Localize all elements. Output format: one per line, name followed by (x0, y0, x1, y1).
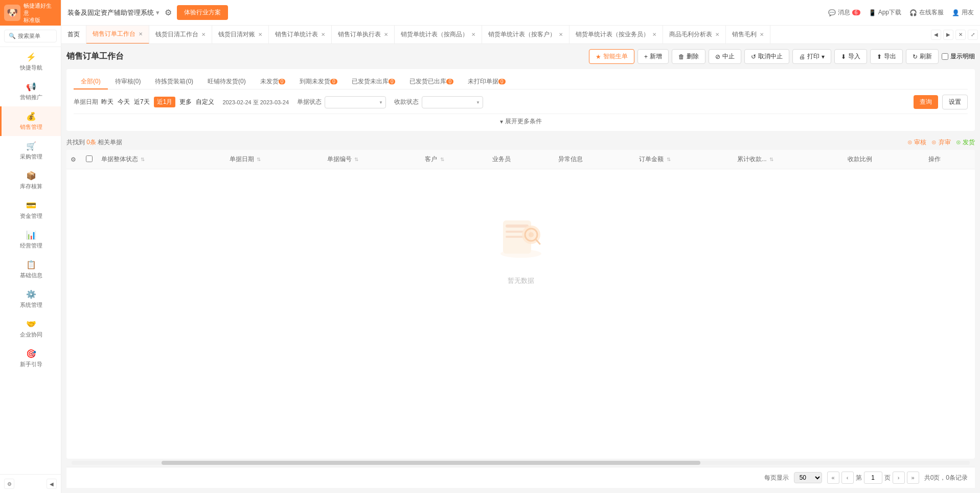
online-service-button[interactable]: 🎧 在线客服 (909, 8, 944, 17)
date-opt-custom[interactable]: 自定义 (196, 98, 214, 106)
payment-select[interactable] (422, 96, 483, 108)
sidebar-item-purchase[interactable]: 🛒 采购管理 (0, 136, 61, 166)
filter-tab-wangpu-ship[interactable]: 旺铺待发货(0) (200, 74, 253, 89)
tab-gross-margin[interactable]: 商品毛利分析表 ✕ (663, 26, 726, 44)
tabs-close-all-button[interactable]: ✕ (955, 30, 966, 40)
sidebar-item-guide[interactable]: 🎯 新手引导 (0, 344, 61, 373)
ship-action[interactable]: ⊙ 发货 (956, 138, 975, 147)
topbar-settings-icon[interactable]: ⚙ (165, 8, 172, 17)
tab-sales-profit[interactable]: 销售毛利 ✕ (726, 26, 770, 44)
solution-button[interactable]: 体验行业方案 (177, 5, 228, 20)
tab-sales-summary-customer[interactable]: 销货单统计表（按客户） ✕ (482, 26, 569, 44)
add-button[interactable]: + 新增 (637, 49, 669, 64)
sidebar-collapse-button[interactable]: ◀ (47, 479, 57, 489)
empty-illustration (490, 210, 552, 271)
scroll-thumb[interactable] (162, 461, 700, 465)
tab-close-gross-margin[interactable]: ✕ (715, 32, 719, 37)
sort-date-icon[interactable]: ⇅ (257, 156, 261, 162)
tabs-next-button[interactable]: ▶ (943, 30, 953, 40)
tabs-prev-button[interactable]: ◀ (931, 30, 941, 40)
filter-tab-all[interactable]: 全部(0) (74, 74, 108, 89)
sidebar-item-basic-info[interactable]: 📋 基础信息 (0, 255, 61, 284)
status-select[interactable] (325, 96, 386, 108)
first-page-button[interactable]: « (827, 472, 839, 484)
tab-cash-reconcile[interactable]: 钱货日清对账 ✕ (212, 26, 269, 44)
sidebar-item-inventory[interactable]: 📦 库存核算 (0, 166, 61, 195)
table-col-checkbox[interactable] (82, 150, 97, 169)
sidebar-item-sales[interactable]: 💰 销售管理 (0, 106, 61, 136)
sidebar-item-operations[interactable]: 📊 经营管理 (0, 225, 61, 255)
show-detail-checkbox-label[interactable]: 显示明细 (942, 52, 975, 61)
search-menu-button[interactable]: 🔍 搜索菜单 (4, 30, 57, 42)
date-opt-7days[interactable]: 近7天 (134, 98, 150, 106)
sidebar-item-system[interactable]: ⚙️ 系统管理 (0, 284, 61, 314)
select-all-checkbox[interactable] (86, 155, 93, 162)
tab-sales-summary-product[interactable]: 销货单统计表（按商品） ✕ (395, 26, 482, 44)
print-button[interactable]: 🖨 打印 ▾ (792, 49, 831, 64)
filter-tab-pending-review[interactable]: 待审核(0) (108, 74, 148, 89)
messages-button[interactable]: 💬 消息 6 (828, 8, 860, 17)
tab-close-sales-summary-customer[interactable]: ✕ (559, 32, 563, 37)
table-col-settings[interactable]: ⚙ (66, 150, 82, 169)
prev-page-button[interactable]: ‹ (841, 472, 854, 484)
cancel-suspend-button[interactable]: ↺ 取消中止 (744, 49, 789, 64)
sidebar-item-quick-nav[interactable]: ⚡ 快捷导航 (0, 47, 61, 77)
date-opt-more[interactable]: 更多 (179, 98, 192, 106)
filter-tab-expired-unship[interactable]: 到期未发货0 (292, 74, 345, 89)
page-title: 销售订单工作台 (66, 51, 124, 62)
tab-close-cash-reconcile[interactable]: ✕ (258, 32, 262, 37)
print-icon: 🖨 (799, 53, 805, 60)
tabs-fullscreen-button[interactable]: ⤢ (968, 30, 978, 40)
page-number-input[interactable] (864, 472, 882, 484)
date-opt-yesterday[interactable]: 昨天 (101, 98, 113, 106)
suspend-button[interactable]: ⊘ 中止 (709, 49, 741, 64)
import-button[interactable]: ⬇ 导入 (834, 49, 867, 64)
date-opt-1month[interactable]: 近1月 (154, 97, 176, 107)
tab-close-sales-summary-staff[interactable]: ✕ (652, 32, 656, 37)
sidebar-item-finance[interactable]: 💳 资金管理 (0, 195, 61, 225)
expand-filter-button[interactable]: ▾ 展开更多条件 (500, 117, 542, 126)
export-button[interactable]: ⬆ 导出 (870, 49, 903, 64)
tab-sales-workbench[interactable]: 销售订单工作台 ✕ (86, 26, 149, 44)
sort-received-icon[interactable]: ⇅ (769, 156, 773, 162)
sidebar-settings-button[interactable]: ⚙ (4, 479, 14, 489)
review-action[interactable]: ⊙ 审核 (907, 138, 926, 147)
tab-sales-summary-staff[interactable]: 销货单统计表（按业务员） ✕ (569, 26, 663, 44)
next-page-button[interactable]: › (893, 472, 905, 484)
sort-customer-icon[interactable]: ⇅ (440, 156, 444, 162)
cancel-review-action[interactable]: ⊙ 弃审 (931, 138, 950, 147)
page-size-select[interactable]: 50 10 20 100 (794, 472, 822, 483)
tab-close-sales-summary-product[interactable]: ✕ (471, 32, 475, 37)
last-page-button[interactable]: » (907, 472, 919, 484)
show-detail-checkbox[interactable] (942, 53, 948, 60)
horizontal-scrollbar[interactable] (72, 461, 970, 465)
filter-settings-button[interactable]: 设置 (942, 95, 968, 109)
tab-close-sales-profit[interactable]: ✕ (760, 32, 764, 37)
sidebar-item-marketing[interactable]: 📢 营销推广 (0, 77, 61, 106)
tab-cash-daily[interactable]: 钱货日清工作台 ✕ (149, 26, 212, 44)
tab-home[interactable]: 首页 (61, 26, 86, 44)
tab-sales-stats[interactable]: 销售订单统计表 ✕ (269, 26, 332, 44)
app-download-button[interactable]: 📱 App下载 (869, 8, 901, 17)
user-menu-button[interactable]: 👤 用友 (952, 8, 974, 17)
filter-tab-not-shipped[interactable]: 未发货0 (253, 74, 293, 89)
tab-close-sales-exec[interactable]: ✕ (384, 32, 388, 37)
sort-amount-icon[interactable]: ⇅ (667, 156, 671, 162)
sort-status-icon[interactable]: ⇅ (141, 156, 145, 162)
sidebar-item-cooperation[interactable]: 🤝 企业协同 (0, 314, 61, 344)
tab-sales-exec[interactable]: 销售订单执行表 ✕ (332, 26, 395, 44)
filter-tab-shipped-out[interactable]: 已发货已出库0 (402, 74, 461, 89)
query-button[interactable]: 查询 (914, 95, 938, 109)
filter-tab-not-printed[interactable]: 未打印单据0 (461, 74, 513, 89)
filter-row: 单据日期 昨天 今天 近7天 近1月 更多 自定义 2023-02-24 至 2… (74, 95, 968, 109)
refresh-button[interactable]: ↻ 刷新 (906, 49, 939, 64)
tab-close-sales-stats[interactable]: ✕ (321, 32, 325, 37)
tab-close-cash-daily[interactable]: ✕ (201, 32, 206, 37)
date-opt-today[interactable]: 今天 (118, 98, 130, 106)
filter-tab-pending-inspect[interactable]: 待拣货装箱(0) (148, 74, 200, 89)
smart-create-button[interactable]: ★ 智能生单 (589, 49, 634, 64)
delete-button[interactable]: 🗑 删除 (672, 49, 705, 64)
filter-tab-shipped-not-out[interactable]: 已发货未出库0 (345, 74, 403, 89)
tab-close-sales-workbench[interactable]: ✕ (139, 31, 143, 37)
sort-number-icon[interactable]: ⇅ (354, 156, 358, 162)
